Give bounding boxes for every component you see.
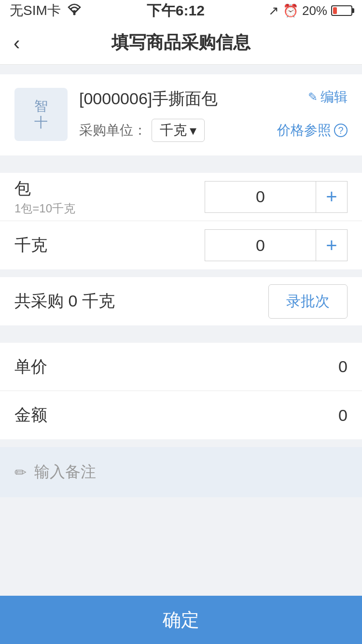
amount-row: 金额 0 bbox=[0, 391, 362, 439]
svg-point-0 bbox=[73, 13, 75, 15]
status-left: 无SIM卡 bbox=[10, 1, 83, 20]
pencil-icon: ✏ bbox=[14, 464, 27, 481]
product-card: 智 十 [0000006]手撕面包 ✎ 编辑 采购单位： 千克 ▾ bbox=[0, 74, 362, 155]
product-logo: 智 十 bbox=[34, 98, 48, 130]
location-icon: ↗ bbox=[268, 3, 279, 18]
kg-input-row: 千克 + bbox=[0, 221, 362, 269]
bag-label: 包 bbox=[14, 178, 92, 200]
kg-quantity-input[interactable] bbox=[205, 229, 316, 261]
unit-select[interactable]: 千克 ▾ bbox=[152, 119, 205, 142]
kg-label: 千克 bbox=[14, 234, 92, 256]
dropdown-icon: ▾ bbox=[190, 123, 196, 139]
sep-3 bbox=[0, 325, 362, 335]
note-section[interactable]: ✏ 输入备注 bbox=[0, 447, 362, 497]
confirm-button[interactable]: 确定 bbox=[0, 596, 362, 644]
battery-percent: 20% bbox=[302, 3, 327, 18]
wifi-icon bbox=[66, 2, 83, 19]
unit-label: 采购单位： 千克 ▾ bbox=[79, 119, 205, 142]
amount-value: 0 bbox=[338, 406, 348, 425]
alarm-icon: ⏰ bbox=[283, 3, 298, 18]
bag-sub-label: 1包=10千克 bbox=[14, 201, 92, 216]
status-bar: 无SIM卡 下午6:12 ↗ ⏰ 20% bbox=[0, 0, 362, 21]
help-icon: ? bbox=[334, 124, 348, 137]
amount-label: 金额 bbox=[14, 404, 47, 426]
kg-plus-button[interactable]: + bbox=[316, 229, 348, 261]
batch-button[interactable]: 录批次 bbox=[268, 284, 348, 319]
edit-icon: ✎ bbox=[308, 90, 318, 104]
carrier-text: 无SIM卡 bbox=[10, 1, 61, 20]
product-info: [0000006]手撕面包 ✎ 编辑 采购单位： 千克 ▾ 价格参照 ? bbox=[79, 88, 348, 142]
battery-icon bbox=[331, 5, 352, 16]
summary-text: 共采购 0 千克 bbox=[14, 290, 115, 312]
sep-2 bbox=[0, 155, 362, 165]
bag-quantity-input[interactable] bbox=[205, 181, 316, 213]
summary-section: 共采购 0 千克 录批次 bbox=[0, 277, 362, 325]
bag-plus-button[interactable]: + bbox=[316, 181, 348, 213]
product-image: 智 十 bbox=[14, 88, 68, 141]
product-name: [0000006]手撕面包 bbox=[79, 88, 218, 110]
status-right: ↗ ⏰ 20% bbox=[268, 3, 352, 18]
nav-bar: ‹ 填写商品采购信息 bbox=[0, 21, 362, 65]
input-section: 包 1包=10千克 + 千克 + bbox=[0, 173, 362, 269]
back-button[interactable]: ‹ bbox=[14, 33, 20, 53]
unit-price-row: 单价 0 bbox=[0, 343, 362, 391]
confirm-label: 确定 bbox=[163, 608, 199, 632]
edit-button[interactable]: ✎ 编辑 bbox=[308, 88, 348, 106]
unit-price-label: 单价 bbox=[14, 356, 47, 378]
status-time: 下午6:12 bbox=[147, 1, 205, 21]
note-placeholder: 输入备注 bbox=[34, 462, 96, 483]
page-title: 填写商品采购信息 bbox=[111, 31, 251, 55]
unit-price-value: 0 bbox=[338, 357, 348, 376]
bag-input-row: 包 1包=10千克 + bbox=[0, 173, 362, 221]
sep-1 bbox=[0, 65, 362, 74]
price-section: 单价 0 金额 0 bbox=[0, 343, 362, 439]
price-reference-button[interactable]: 价格参照 ? bbox=[277, 121, 348, 140]
